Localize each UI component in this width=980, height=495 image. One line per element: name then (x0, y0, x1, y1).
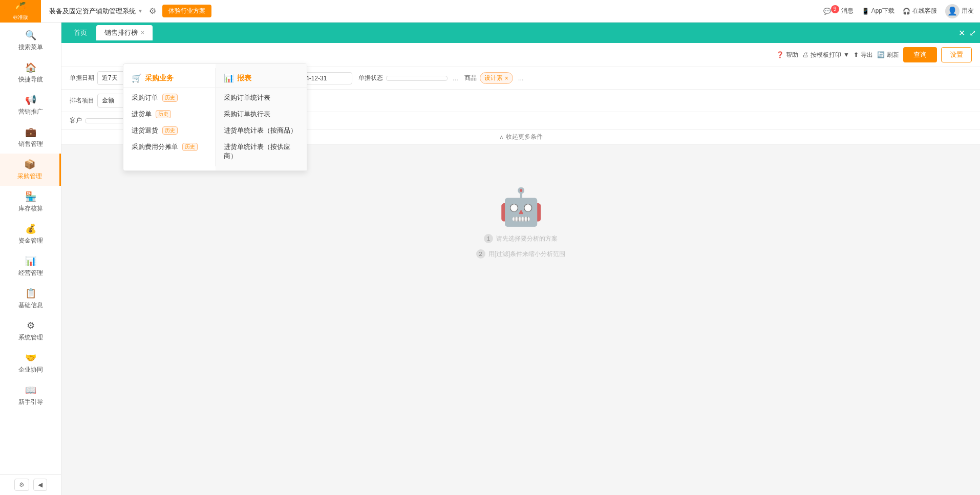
sidebar-item-label: 搜索菜单 (18, 43, 43, 52)
message-icon: 💬 (823, 8, 831, 15)
sidebar-item-search[interactable]: 🔍 搜索菜单 (0, 25, 61, 57)
message-button[interactable]: 💬 9 消息 (823, 7, 854, 15)
status-label: 单据状态 (358, 74, 383, 82)
goods-tag: 设计素 × (480, 72, 513, 84)
export-button[interactable]: ⬆ 导出 (854, 51, 873, 59)
query-button[interactable]: 查询 (903, 47, 937, 62)
dropdown-col-report: 📊 报表 采购订单统计表 采购订单执行表 进货单统计表（按商品） (216, 64, 307, 170)
dropdown-item-receive-goods[interactable]: 进货单统计表（按商品） (216, 122, 307, 139)
package-icon: 📦 (24, 159, 35, 170)
export-icon: ⬆ (854, 51, 859, 58)
print-button[interactable]: 🖨 按模板打印 ▼ (802, 51, 849, 59)
purchase-dropdown-menu: 🛒 采购业务 采购订单 历史 进货单 历史 进货退货 (123, 63, 307, 171)
window-close-button[interactable]: ✕ (958, 28, 965, 38)
dropdown-arrow-icon: ▼ (138, 8, 143, 14)
dropdown-item-receive-supplier[interactable]: 进货单统计表（按供应商） (216, 139, 307, 164)
online-service-button[interactable]: 🎧 在线客服 (903, 7, 937, 15)
sidebar-settings-button[interactable]: ⚙ (14, 479, 29, 491)
window-expand-button[interactable]: ⤢ (969, 28, 976, 38)
tab-sales-rank[interactable]: 销售排行榜 × (96, 25, 153, 40)
message-badge: 9 (831, 5, 839, 13)
empty-illustration: 🤖 (499, 186, 543, 228)
chart-icon: 📊 (25, 255, 36, 267)
sidebar-bottom: ⚙ ◀ (0, 474, 61, 495)
sidebar-item-guide[interactable]: 📖 新手引导 (0, 379, 61, 412)
sidebar-item-finance[interactable]: 💰 资金管理 (0, 218, 61, 250)
sidebar-item-sales[interactable]: 💼 销售管理 (0, 121, 61, 154)
refresh-button[interactable]: 🔄 刷新 (877, 51, 899, 59)
sidebar-item-label: 营销推广 (18, 107, 43, 116)
cart-icon: 🛒 (132, 73, 142, 83)
dropdown-item-receive[interactable]: 进货单 历史 (123, 106, 215, 122)
history-badge: 历史 (156, 110, 171, 118)
goods-label: 商品 (464, 74, 477, 82)
sidebar-item-basic[interactable]: 📋 基础信息 (0, 283, 61, 315)
tab-bar-actions: ✕ ⤢ (958, 28, 976, 38)
sidebar: 🔍 搜索菜单 🏠 快捷导航 📢 营销推广 💼 销售管理 📦 采购管理 🏪 库存核… (0, 23, 61, 495)
dropdown-col-purchase-header: 🛒 采购业务 (123, 70, 215, 88)
main-layout: 🔍 搜索菜单 🏠 快捷导航 📢 营销推广 💼 销售管理 📦 采购管理 🏪 库存核… (0, 23, 980, 495)
gear-icon: ⚙ (27, 320, 35, 331)
tab-home[interactable]: 首页 (66, 25, 95, 40)
status-dots[interactable]: ... (453, 74, 458, 82)
sidebar-collapse-button[interactable]: ◀ (33, 479, 47, 491)
topbar: 🍊 标准版 装备及固定资产辅助管理系统 ▼ ⚙ 体验行业方案 💬 9 消息 📱 … (0, 0, 980, 23)
rank-label: 排名项目 (70, 96, 94, 105)
dropdown-item-expense[interactable]: 采购费用分摊单 历史 (123, 139, 215, 155)
logo-icon: 🍊 (14, 2, 27, 14)
topbar-right: 💬 9 消息 📱 App下载 🎧 在线客服 👤 用友 (823, 4, 974, 18)
app-download-button[interactable]: 📱 App下载 (862, 7, 894, 15)
tab-close-icon[interactable]: × (141, 29, 144, 36)
sidebar-item-label: 企业协同 (18, 365, 43, 374)
sidebar-item-marketing[interactable]: 📢 营销推广 (0, 89, 61, 121)
dropdown-item-return[interactable]: 进货退货 历史 (123, 122, 215, 139)
sidebar-item-label: 基础信息 (18, 301, 43, 310)
logo: 🍊 标准版 (0, 0, 41, 23)
settings-icon[interactable]: ⚙ (149, 6, 156, 16)
history-badge: 历史 (162, 126, 178, 135)
status-select[interactable] (386, 76, 448, 81)
briefcase-icon: 💼 (25, 126, 36, 138)
sidebar-item-operation[interactable]: 📊 经营管理 (0, 250, 61, 283)
status-filter: 单据状态 ... (358, 74, 458, 82)
user-menu[interactable]: 👤 用友 (945, 4, 974, 18)
empty-hint-1: 1 请先选择要分析的方案 (484, 234, 558, 243)
clipboard-icon: 📋 (25, 288, 36, 299)
goods-filter: 商品 设计素 × ... (464, 72, 524, 84)
sidebar-item-system[interactable]: ⚙ 系统管理 (0, 315, 61, 347)
dropdown-item-purchase-order[interactable]: 采购订单 历史 (123, 90, 215, 106)
sidebar-item-label: 快捷导航 (18, 75, 43, 84)
sidebar-item-label: 新手引导 (18, 398, 43, 406)
dropdown-item-order-stat[interactable]: 采购订单统计表 (216, 90, 307, 106)
collapse-arrow-icon: ∧ (499, 134, 504, 141)
sidebar-item-inventory[interactable]: 🏪 库存核算 (0, 186, 61, 218)
industry-button[interactable]: 体验行业方案 (162, 5, 211, 17)
customer-label: 客户 (70, 116, 82, 125)
sidebar-item-label: 系统管理 (18, 333, 43, 342)
date-label: 单据日期 (70, 74, 94, 82)
sidebar-item-label: 经营管理 (18, 269, 43, 277)
main-content: 首页 销售排行榜 × ✕ ⤢ ❓ 帮助 🖨 按模板打印 (61, 23, 980, 495)
history-badge: 历史 (162, 94, 178, 102)
handshake-icon: 🤝 (25, 352, 36, 363)
money-icon: 💰 (25, 223, 36, 234)
home-icon: 🏠 (25, 62, 36, 73)
sidebar-item-nav[interactable]: 🏠 快捷导航 (0, 57, 61, 89)
goods-tag-close-icon[interactable]: × (505, 75, 508, 82)
system-title: 装备及固定资产辅助管理系统 ▼ (49, 7, 143, 16)
sidebar-item-cooperation[interactable]: 🤝 企业协同 (0, 347, 61, 379)
headset-icon: 🎧 (903, 8, 910, 15)
search-icon: 🔍 (25, 30, 36, 41)
setting-button[interactable]: 设置 (941, 47, 972, 62)
help-button[interactable]: ❓ 帮助 (776, 51, 798, 59)
page-content: ❓ 帮助 🖨 按模板打印 ▼ ⬆ 导出 🔄 刷新 查询 设置 (61, 43, 980, 495)
book-icon: 📖 (25, 384, 36, 396)
logo-subtext: 标准版 (13, 14, 28, 21)
goods-dots[interactable]: ... (518, 74, 524, 82)
help-icon: ❓ (776, 51, 784, 58)
sidebar-item-purchase[interactable]: 📦 采购管理 (0, 154, 61, 186)
print-icon: 🖨 (802, 51, 808, 58)
store-icon: 🏪 (25, 191, 36, 202)
dropdown-item-order-exec[interactable]: 采购订单执行表 (216, 106, 307, 122)
print-arrow-icon: ▼ (843, 51, 849, 58)
